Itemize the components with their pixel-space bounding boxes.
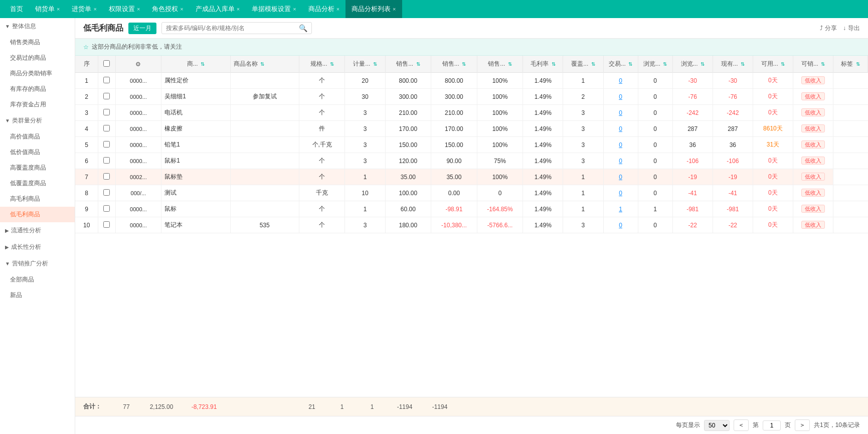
footer-sale-qty: 77 xyxy=(111,403,141,410)
nav-product-analysis-close[interactable]: × xyxy=(336,6,339,12)
cell-view1[interactable]: 0 xyxy=(603,153,638,169)
sidebar-group-cluster[interactable]: ▼ 类群量分析 xyxy=(0,112,75,129)
cell-code: 0000... xyxy=(115,121,161,137)
cell-view1[interactable]: 0 xyxy=(603,73,638,89)
nav-permissions[interactable]: 权限设置 × xyxy=(103,0,146,18)
sidebar-item-sales-goods[interactable]: 销售类商品 xyxy=(0,35,75,50)
cell-view1[interactable]: 1 xyxy=(603,201,638,217)
cell-code: 0000... xyxy=(115,105,161,121)
row-checkbox-4[interactable] xyxy=(103,141,110,148)
cell-view1[interactable]: 0 xyxy=(603,89,638,105)
cell-check[interactable] xyxy=(98,201,115,217)
sidebar-item-high-cover[interactable]: 高覆盖度商品 xyxy=(0,160,75,176)
sidebar-item-category-rate[interactable]: 商品分类助销率 xyxy=(0,66,75,81)
nav-product-entry-close[interactable]: × xyxy=(237,6,240,12)
cell-view1[interactable]: 0 xyxy=(603,137,638,153)
row-checkbox-6[interactable] xyxy=(103,173,110,180)
cell-check[interactable] xyxy=(98,185,115,201)
sidebar-item-high-value[interactable]: 高价值商品 xyxy=(0,129,75,144)
sidebar-item-in-stock[interactable]: 有库存的商品 xyxy=(0,81,75,97)
sidebar-group-growth[interactable]: ▶ 成长性分析 xyxy=(0,239,75,255)
cell-tag: 低收入 xyxy=(793,153,833,169)
nav-roles[interactable]: 角色授权 × xyxy=(146,0,189,18)
row-checkbox-0[interactable] xyxy=(103,77,110,83)
table-row: 10 0000... 笔记本 535 个 3 180.00 -10,380...… xyxy=(75,217,868,233)
prev-page-button[interactable]: ＜ xyxy=(734,419,749,431)
col-header-unit: 计量... ⇅ xyxy=(345,56,385,73)
sidebar-item-new-goods[interactable]: 新品 xyxy=(0,287,75,303)
sidebar-item-all-goods[interactable]: 全部商品 xyxy=(0,272,75,287)
nav-sales[interactable]: 销货单 × xyxy=(29,0,66,18)
col-header-seq: 序 xyxy=(75,56,98,73)
search-icon[interactable]: 🔍 xyxy=(299,24,307,32)
nav-product-entry[interactable]: 产成品入库单 × xyxy=(190,0,246,18)
cell-check[interactable] xyxy=(98,153,115,169)
cell-available: -19 xyxy=(713,169,753,185)
cell-current: -981 xyxy=(672,201,713,217)
cell-trade: 3 xyxy=(563,105,603,121)
cell-gross-rate: 100% xyxy=(477,121,523,137)
nav-product-analysis-list[interactable]: 商品分析列表 × xyxy=(345,0,402,18)
search-box[interactable]: 🔍 xyxy=(161,22,312,34)
footer-trade: 21 xyxy=(297,403,327,410)
row-checkbox-9[interactable] xyxy=(103,221,110,228)
sidebar-item-high-gross[interactable]: 高毛利商品 xyxy=(0,191,75,207)
cell-check[interactable] xyxy=(98,73,115,89)
cell-sale-price: 180.00 xyxy=(385,217,431,233)
sidebar-group-flow[interactable]: ▶ 流通性分析 xyxy=(0,222,75,239)
sidebar-item-low-cover[interactable]: 低覆盖度商品 xyxy=(0,176,75,191)
current-page-input[interactable] xyxy=(763,420,781,430)
sidebar-group-overall[interactable]: ▼ 整体信息 xyxy=(0,18,75,35)
cell-check[interactable] xyxy=(98,89,115,105)
row-checkbox-3[interactable] xyxy=(103,125,110,131)
sidebar-item-low-gross[interactable]: 低毛利商品 xyxy=(0,207,75,222)
col-header-settings: ⚙ xyxy=(115,56,161,73)
cell-name: 鼠标1 xyxy=(161,153,230,169)
sidebar-item-traded-goods[interactable]: 交易过的商品 xyxy=(0,50,75,66)
nav-permissions-close[interactable]: × xyxy=(137,6,140,12)
row-checkbox-7[interactable] xyxy=(103,189,110,196)
cell-view1[interactable]: 0 xyxy=(603,217,638,233)
sidebar-group-marketing[interactable]: ▼ 营销推广分析 xyxy=(0,255,75,272)
sidebar-item-capital[interactable]: 库存资金占用 xyxy=(0,97,75,112)
cell-trade: 1 xyxy=(563,73,603,89)
select-all-checkbox[interactable] xyxy=(103,60,110,67)
nav-roles-close[interactable]: × xyxy=(180,6,183,12)
cell-check[interactable] xyxy=(98,121,115,137)
cell-check[interactable] xyxy=(98,217,115,233)
cell-view1[interactable]: 0 xyxy=(603,121,638,137)
cell-cover: 1.49% xyxy=(523,89,563,105)
nav-purchase-close[interactable]: × xyxy=(93,6,96,12)
per-page-select[interactable]: 50 100 200 xyxy=(704,420,730,431)
row-checkbox-5[interactable] xyxy=(103,157,110,164)
cell-sale-amount: 90.00 xyxy=(431,153,477,169)
share-button[interactable]: ⤴ 分享 xyxy=(820,24,837,33)
cell-unit: 件 xyxy=(299,121,345,137)
cell-spec xyxy=(230,121,299,137)
cell-check[interactable] xyxy=(98,169,115,185)
nav-template-close[interactable]: × xyxy=(293,6,296,12)
cell-view1[interactable]: 0 xyxy=(603,185,638,201)
nav-product-analysis[interactable]: 商品分析 × xyxy=(302,0,345,18)
row-checkbox-8[interactable] xyxy=(103,205,110,212)
arrow-icon: ▼ xyxy=(5,24,10,29)
cell-view1[interactable]: 0 xyxy=(603,169,638,185)
cell-check[interactable] xyxy=(98,137,115,153)
filter-button[interactable]: 近一月 xyxy=(128,23,156,34)
page-title: 低毛利商品 xyxy=(83,23,123,34)
cell-view1[interactable]: 0 xyxy=(603,105,638,121)
nav-home[interactable]: 首页 xyxy=(4,0,29,18)
nav-product-analysis-list-close[interactable]: × xyxy=(393,6,396,12)
export-button[interactable]: ↓ 导出 xyxy=(843,24,860,33)
next-page-button[interactable]: ＞ xyxy=(795,419,810,431)
row-checkbox-2[interactable] xyxy=(103,109,110,115)
nav-sales-close[interactable]: × xyxy=(57,6,60,12)
nav-purchase[interactable]: 进货单 × xyxy=(66,0,102,18)
row-checkbox-1[interactable] xyxy=(103,93,110,99)
sidebar-item-low-value[interactable]: 低价值商品 xyxy=(0,144,75,160)
search-input[interactable] xyxy=(166,25,299,32)
nav-template[interactable]: 单据模板设置 × xyxy=(246,0,302,18)
col-header-trade: 交易... ⇅ xyxy=(603,56,638,73)
table-container[interactable]: 序 ⚙ 商... ⇅ 商品名称 ⇅ 规格... ⇅ 计量... ⇅ 销售... … xyxy=(75,56,868,397)
cell-check[interactable] xyxy=(98,105,115,121)
